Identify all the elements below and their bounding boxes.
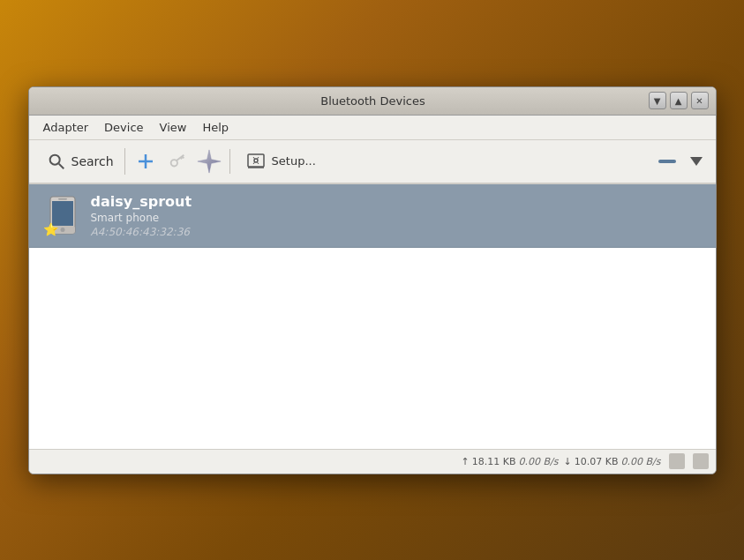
menu-help[interactable]: Help [195, 118, 236, 137]
device-list: ⭐ daisy_sprout Smart phone A4:50:46:43:3… [29, 184, 716, 449]
svg-point-0 [49, 154, 59, 164]
trust-device-button[interactable] [162, 146, 192, 176]
status-icon-2 [693, 453, 709, 469]
svg-rect-9 [248, 154, 264, 167]
menu-view[interactable]: View [153, 118, 194, 137]
key-icon [168, 152, 187, 171]
svg-point-4 [170, 160, 177, 166]
minus-icon [658, 158, 676, 165]
setup-icon [245, 151, 267, 172]
window-title: Bluetooth Devices [98, 94, 649, 108]
download-size: 10.07 KB [575, 456, 619, 467]
device-info: daisy_sprout Smart phone A4:50:46:43:32:… [91, 193, 702, 238]
search-icon [47, 152, 66, 171]
toolbar: Search [29, 140, 716, 184]
setup-button[interactable]: Setup... [236, 146, 326, 176]
svg-line-15 [257, 162, 259, 164]
svg-line-1 [58, 163, 64, 168]
svg-point-21 [60, 228, 64, 232]
download-icon: ↓ [564, 456, 572, 467]
svg-marker-17 [690, 157, 703, 166]
device-name: daisy_sprout [91, 193, 702, 210]
upload-speed: 0.00 B/s [519, 456, 559, 467]
search-button[interactable]: Search [36, 148, 125, 175]
status-icon-1 [669, 453, 685, 469]
upload-icon: ↑ [462, 456, 470, 467]
svg-marker-8 [197, 149, 220, 172]
maximize-button[interactable]: ▲ [670, 92, 688, 109]
svg-line-13 [257, 157, 259, 159]
minimize-button[interactable]: ▼ [649, 92, 666, 109]
upload-size: 18.11 KB [472, 456, 516, 467]
plus-icon [136, 152, 155, 171]
titlebar: Bluetooth Devices ▼ ▲ ✕ [29, 87, 716, 116]
menu-adapter[interactable]: Adapter [36, 118, 96, 137]
device-item[interactable]: ⭐ daisy_sprout Smart phone A4:50:46:43:3… [29, 184, 716, 248]
svg-point-11 [254, 159, 258, 162]
toolbar-separator [229, 149, 230, 174]
svg-rect-16 [658, 160, 676, 163]
search-label: Search [71, 154, 114, 168]
chevron-down-icon [690, 157, 703, 166]
setup-label: Setup... [272, 154, 316, 168]
svg-rect-22 [58, 198, 67, 200]
minus-button[interactable] [652, 146, 682, 176]
trusted-icon: ⭐ [43, 222, 58, 236]
device-icon-area: ⭐ [43, 194, 79, 236]
device-list-empty [29, 248, 716, 442]
add-device-button[interactable] [131, 146, 161, 176]
bluetooth-devices-window: Bluetooth Devices ▼ ▲ ✕ Adapter Device V… [28, 86, 717, 474]
menu-device[interactable]: Device [97, 118, 150, 137]
bluetooth-sparkle-button[interactable] [194, 146, 224, 176]
titlebar-controls: ▼ ▲ ✕ [649, 92, 709, 109]
download-status: ↓ 10.07 KB 0.00 B/s [564, 456, 661, 467]
menubar: Adapter Device View Help [29, 116, 716, 140]
statusbar: ↑ 18.11 KB 0.00 B/s ↓ 10.07 KB 0.00 B/s [29, 449, 716, 474]
svg-line-12 [253, 157, 255, 159]
sparkle-icon [196, 148, 222, 175]
svg-line-7 [180, 157, 182, 159]
upload-status: ↑ 18.11 KB 0.00 B/s [462, 456, 559, 467]
dropdown-button[interactable] [684, 146, 709, 176]
close-button[interactable]: ✕ [691, 92, 709, 109]
download-speed: 0.00 B/s [621, 456, 661, 467]
device-type: Smart phone [91, 212, 702, 224]
device-mac: A4:50:46:43:32:36 [91, 226, 702, 238]
svg-line-14 [253, 162, 255, 164]
